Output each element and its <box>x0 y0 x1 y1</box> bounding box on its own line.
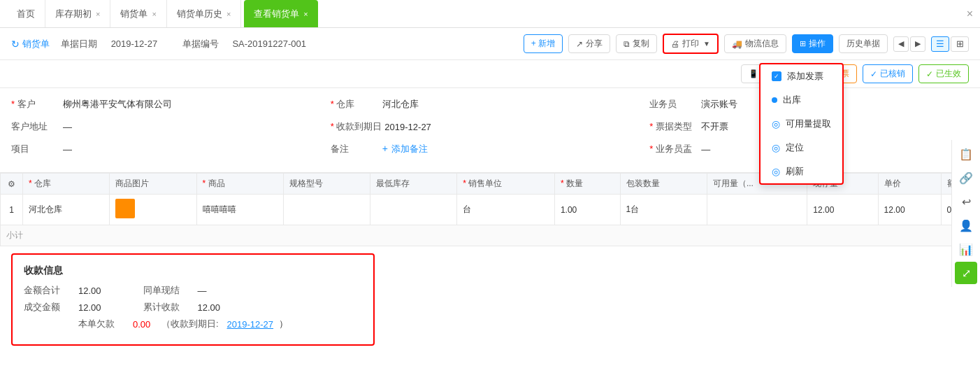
staff-label: 业务员 <box>649 98 698 111</box>
grid-view-btn[interactable]: ⊞ <box>951 36 969 52</box>
close-sales-tab[interactable]: × <box>152 10 156 18</box>
sidebar-icon-clipboard[interactable]: 📋 <box>955 143 977 165</box>
print-button[interactable]: 🖨 打印 ▼ <box>663 34 719 54</box>
refresh-item[interactable]: ◎ 刷新 <box>761 160 842 183</box>
sidebar-icon-user[interactable]: 👤 <box>955 214 977 237</box>
doc-no-label: 单据编号 <box>182 38 219 49</box>
owed-label: 本单欠款 <box>78 318 127 330</box>
logistics-button[interactable]: 🚚 物流信息 <box>724 34 786 53</box>
effective-btn[interactable]: ✓ 已生效 <box>918 64 969 83</box>
address-value: — <box>60 120 75 134</box>
global-close-button[interactable]: × <box>967 8 973 20</box>
warehouse-label: 仓库 <box>331 98 380 111</box>
subtotal-row: 小计 <box>1 225 980 246</box>
staff-value: 演示账号 <box>698 97 740 112</box>
row-no: 1 <box>1 195 23 225</box>
close-check-tab[interactable]: × <box>303 10 308 18</box>
due-date-label: 收款到期日 <box>331 120 382 133</box>
row-qty: 1.00 <box>554 195 620 225</box>
amount-total-value: 12.00 <box>78 286 101 296</box>
sidebar-icon-rotate[interactable]: ↩ <box>955 190 977 213</box>
row-min-stock <box>370 195 457 225</box>
tab-bar: 首页 库存期初 × 销货单 × 销货单历史 × 查看销货单 × × <box>0 0 980 28</box>
prev-arrow[interactable]: ◀ <box>893 36 909 52</box>
copy-button[interactable]: ⧉ 复制 <box>616 34 657 53</box>
product-image <box>115 199 135 218</box>
row-sales-unit: 台 <box>457 195 555 225</box>
doc-header-left: ↻ 销货单 单据日期 2019-12-27 单据编号 SA-20191227-0… <box>11 38 317 50</box>
doc-type-badge: ↻ 销货单 <box>11 38 50 50</box>
col-image: 商品图片 <box>110 174 196 195</box>
doc-header: ↻ 销货单 单据日期 2019-12-27 单据编号 SA-20191227-0… <box>0 28 980 60</box>
col-unit-price: 单价 <box>878 174 941 195</box>
operation-button[interactable]: ⊞ 操作 <box>792 34 833 53</box>
same-order-value: — <box>198 286 207 296</box>
available-icon: ◎ <box>772 118 780 129</box>
view-toggle: ☰ ⊞ <box>931 36 969 52</box>
customer-value: 柳州粤港平安气体有限公司 <box>60 97 175 112</box>
col-pack-qty: 包装数量 <box>620 174 707 195</box>
row-pack-qty: 1台 <box>620 195 707 225</box>
ticket-value: 不开票 <box>698 119 731 134</box>
col-settings[interactable]: ⚙ <box>1 174 23 195</box>
add-invoice-item[interactable]: ✓ 添加发票 <box>761 64 842 88</box>
list-view-btn[interactable]: ☰ <box>931 36 949 52</box>
row-warehouse: 河北仓库 <box>23 195 110 225</box>
remark-field: 备注 + 添加备注 <box>331 141 650 157</box>
col-sales-unit: 销售单位 <box>457 174 555 195</box>
payment-row-1: 金额合计 12.00 同单现结 — <box>24 284 362 297</box>
add-remark-btn[interactable]: + 添加备注 <box>380 141 431 157</box>
close-inventory-tab[interactable]: × <box>96 10 100 18</box>
staff2-value: — <box>698 143 713 156</box>
locate-label: 定位 <box>786 141 804 154</box>
cumulative-label: 累计收款 <box>143 301 192 314</box>
tab-inventory-init[interactable]: 库存期初 × <box>45 0 110 27</box>
row-model <box>283 195 370 225</box>
new-button[interactable]: + 新增 <box>524 34 563 53</box>
sidebar-icon-chart[interactable]: 📊 <box>955 238 977 260</box>
tab-sales-order[interactable]: 销货单 × <box>110 0 166 27</box>
project-field: 项目 — <box>11 143 331 156</box>
due-date-field: 收款到期日 2019-12-27 <box>331 120 650 134</box>
available-pickup-label: 可用量提取 <box>786 118 831 130</box>
nav-arrows: ◀ ▶ <box>893 36 925 52</box>
confirm-btn[interactable]: ✓ 已核销 <box>863 64 913 83</box>
tab-check-sales[interactable]: 查看销货单 × <box>244 0 317 27</box>
outbound-label: 出库 <box>783 94 801 106</box>
share-button[interactable]: ↗ 分享 <box>568 34 610 53</box>
sidebar-icon-link[interactable]: 🔗 <box>955 167 977 189</box>
tab-home[interactable]: 首页 <box>7 0 45 27</box>
doc-date-value: 2019-12-27 <box>111 38 158 49</box>
outbound-item[interactable]: 出库 <box>761 88 842 112</box>
payment-title: 收款信息 <box>24 265 362 277</box>
amount-total-item: 金额合计 12.00 <box>24 284 101 297</box>
col-warehouse: 仓库 <box>23 174 110 195</box>
next-arrow[interactable]: ▶ <box>910 36 925 52</box>
owed-item: 本单欠款 0.00 （收款到期日: 2019-12-27 ） <box>78 318 288 330</box>
payment-row-3: 本单欠款 0.00 （收款到期日: 2019-12-27 ） <box>24 318 362 330</box>
warehouse-value: 河北仓库 <box>380 97 421 112</box>
project-value: — <box>60 143 75 156</box>
sidebar-icon-expand[interactable]: ⤢ <box>955 262 977 284</box>
add-invoice-checkbox[interactable]: ✓ <box>772 71 781 81</box>
available-pickup-item[interactable]: ◎ 可用量提取 <box>761 112 842 136</box>
operation-dropdown: ✓ 添加发票 出库 ◎ 可用量提取 ◎ 定位 ◎ 刷新 <box>759 63 844 185</box>
locate-item[interactable]: ◎ 定位 <box>761 136 842 160</box>
history-button[interactable]: 历史单据 <box>839 34 888 53</box>
ticket-label: 票据类型 <box>649 120 698 133</box>
row-stock: 12.00 <box>807 195 878 225</box>
tab-sales-history[interactable]: 销货单历史 × <box>167 0 241 27</box>
transaction-item: 成交金额 12.00 <box>24 301 101 314</box>
doc-no-value: SA-20191227-001 <box>232 38 306 49</box>
row-image <box>110 195 196 225</box>
subtotal-label: 小计 <box>1 225 980 246</box>
locate-icon: ◎ <box>772 142 780 153</box>
toolbar: + 新增 ↗ 分享 ⧉ 复制 🖨 打印 ▼ 🚚 物流信息 <box>524 34 969 54</box>
row-available <box>707 195 807 225</box>
owed-close: ） <box>279 318 288 330</box>
owed-note: （收款到期日: <box>159 318 218 330</box>
add-invoice-label: 添加发票 <box>787 70 823 83</box>
close-history-tab[interactable]: × <box>226 10 231 18</box>
remark-label: 备注 <box>331 143 380 155</box>
customer-label: 客户 <box>11 98 60 111</box>
